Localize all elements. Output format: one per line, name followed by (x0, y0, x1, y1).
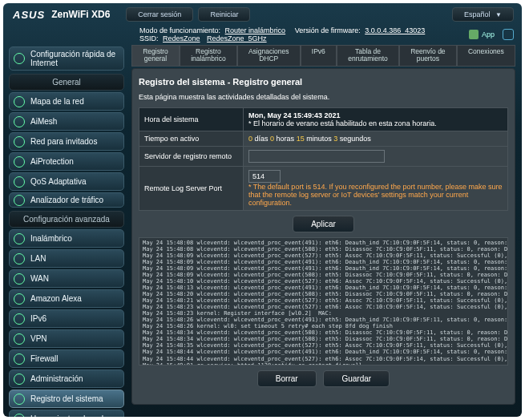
app-icon[interactable] (469, 30, 479, 39)
sidebar-item-label: Registro del sistema (30, 394, 103, 403)
menu-icon (14, 333, 25, 345)
sidebar-item-label: AiMesh (30, 117, 57, 126)
status-row: Modo de funcionamiento: Router inalámbri… (3, 24, 522, 45)
main-content: Registro generalRegistro inalámbricoAsig… (130, 45, 522, 417)
sidebar-item-label: VPN (30, 334, 47, 343)
sidebar-quick-setup[interactable]: Configuración rápida de Internet (9, 46, 124, 71)
reboot-button[interactable]: Reiniciar (198, 7, 250, 22)
sidebar-item-label: Administración (30, 374, 83, 383)
model-name: ZenWiFi XD6 (51, 9, 110, 20)
language-selector[interactable]: Español ▼ (452, 7, 514, 22)
system-time-value: Mon, May 24 15:49:43 2021 (248, 111, 341, 119)
uptime-secs-num: 3 (333, 135, 337, 143)
sidebar-item-label: Amazon Alexa (30, 294, 82, 303)
remote-server-label: Servidor de registro remoto (139, 146, 244, 166)
sidebar-item-label: Mapa de la red (30, 97, 84, 106)
sidebar-item-herramientas-de-red[interactable]: Herramientas de red (9, 410, 124, 417)
sidebar-item-vpn[interactable]: VPN (9, 329, 124, 348)
menu-icon (14, 195, 25, 206)
uptime-value: 0 días 0 horas 15 minutos 3 segundos (244, 131, 508, 146)
uptime-secs-txt: segundos (340, 135, 371, 143)
sidebar-advanced-header: Configuración avanzada (9, 211, 124, 228)
widget-icon[interactable] (503, 29, 514, 40)
sidebar-item-label: Configuración rápida de Internet (30, 50, 115, 67)
sidebar-item-label: WAN (30, 274, 49, 283)
menu-icon (14, 253, 25, 265)
tab-5[interactable]: Reenvío de puertos (399, 45, 457, 67)
uptime-hours-num: 0 (270, 135, 274, 143)
tab-3[interactable]: IPv6 (301, 45, 337, 67)
globe-icon (14, 53, 25, 64)
mode-label: Modo de funcionamiento: (139, 26, 220, 34)
remote-port-cell: * The default port is 514. If you reconf… (244, 166, 508, 210)
menu-icon (14, 116, 25, 127)
fw-value[interactable]: 3.0.0.4.386_43023 (365, 26, 425, 34)
panel: Registro del sistema - Registro general … (131, 68, 515, 405)
uptime-hours-txt: horas (277, 135, 295, 143)
app-link[interactable]: App (482, 30, 495, 38)
sidebar-item-label: IPv6 (30, 314, 46, 323)
tab-0[interactable]: Registro general (131, 45, 180, 67)
top-bar: ASUS ZenWiFi XD6 Cerrar sesión Reiniciar… (3, 3, 522, 24)
ssid-2[interactable]: RedesZone_5GHz (207, 34, 267, 42)
chevron-down-icon: ▼ (495, 11, 502, 18)
apply-button[interactable]: Aplicar (293, 216, 354, 232)
tab-bar: Registro generalRegistro inalámbricoAsig… (131, 45, 515, 67)
uptime-days-num: 0 (248, 135, 252, 143)
remote-port-input[interactable] (248, 170, 281, 183)
sidebar-item-inalámbrico[interactable]: Inalámbrico (9, 229, 124, 248)
system-time-note: * El horario de verano está habilitado e… (248, 119, 437, 127)
sidebar-item-amazon-alexa[interactable]: Amazon Alexa (9, 289, 124, 308)
menu-icon (14, 374, 25, 385)
page-title: Registro del sistema - Registro general (139, 77, 508, 87)
config-table: Hora del sistema Mon, May 24 15:49:43 20… (139, 107, 508, 211)
menu-icon (14, 414, 25, 418)
system-time-cell: Mon, May 24 15:49:43 2021 * El horario d… (244, 107, 508, 131)
sidebar-item-aimesh[interactable]: AiMesh (9, 112, 124, 131)
tab-4[interactable]: Tabla de enrutamiento (337, 45, 399, 67)
menu-icon (14, 353, 25, 365)
sidebar-item-firewall[interactable]: Firewall (9, 349, 124, 368)
menu-icon (14, 156, 25, 168)
ssid-label: SSID: (139, 34, 159, 42)
sidebar-item-label: Herramientas de red (30, 414, 103, 417)
sidebar-item-label: Analizador de tráfico (30, 196, 103, 204)
clear-button[interactable]: Borrar (257, 370, 317, 387)
sidebar-item-wan[interactable]: WAN (9, 269, 124, 288)
remote-port-label: Remote Log Server Port (139, 166, 244, 210)
tab-1[interactable]: Registro inalámbrico (180, 45, 237, 67)
sidebar-item-red-para-invitados[interactable]: Red para invitados (9, 132, 124, 151)
sidebar-item-label: LAN (30, 254, 46, 263)
sidebar-item-registro-del-sistema[interactable]: Registro del sistema (9, 390, 124, 408)
sidebar-item-lan[interactable]: LAN (9, 249, 124, 268)
sidebar-item-label: Red para invitados (30, 137, 97, 146)
remote-server-input[interactable] (248, 150, 385, 163)
menu-icon (14, 273, 25, 285)
menu-icon (14, 176, 25, 188)
sidebar-item-qos-adaptativa[interactable]: QoS Adaptativa (9, 172, 124, 191)
tab-2[interactable]: Asignaciones DHCP (237, 45, 301, 67)
menu-icon (14, 394, 25, 405)
language-label: Español (464, 10, 491, 18)
uptime-label: Tiempo en activo (139, 131, 244, 146)
page-desc: Esta página muestra las actividades deta… (139, 93, 508, 101)
remote-port-note: * The default port is 514. If you reconf… (248, 183, 503, 207)
sidebar-item-analizador-de-tráfico[interactable]: Analizador de tráfico (9, 192, 124, 208)
log-textarea[interactable]: May 24 15:48:08 wlceventd: wlceventd_pro… (139, 237, 508, 365)
menu-icon (14, 136, 25, 147)
logout-button[interactable]: Cerrar sesión (126, 7, 193, 22)
sidebar: Configuración rápida de Internet General… (3, 45, 130, 417)
ssid-1[interactable]: RedesZone (163, 34, 200, 42)
sidebar-item-mapa-de-la-red[interactable]: Mapa de la red (9, 92, 124, 111)
sidebar-general-header: General (9, 74, 124, 91)
sidebar-item-administración[interactable]: Administración (9, 370, 124, 388)
uptime-mins-num: 15 (297, 135, 305, 143)
save-button[interactable]: Guardar (323, 370, 390, 387)
brand-logo: ASUS (13, 9, 45, 21)
sidebar-item-aiprotection[interactable]: AiProtection (9, 152, 124, 171)
tab-6[interactable]: Conexiones (457, 45, 515, 67)
menu-icon (14, 96, 25, 107)
mode-value[interactable]: Router inalámbrico (225, 26, 286, 34)
menu-icon (14, 313, 25, 325)
sidebar-item-ipv6[interactable]: IPv6 (9, 309, 124, 328)
